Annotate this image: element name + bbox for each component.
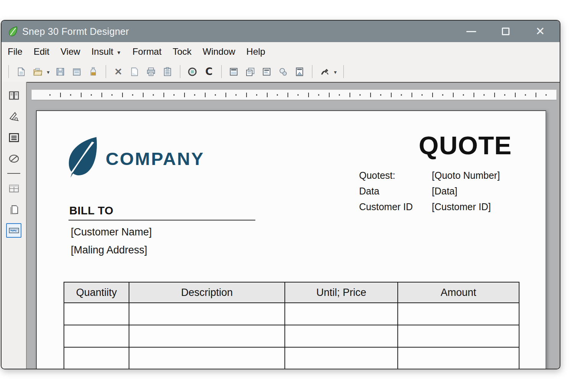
- quote-title[interactable]: QUOTE: [419, 132, 512, 158]
- menu-tock[interactable]: Tock: [173, 46, 191, 57]
- meta-value-placeholder[interactable]: [Quoto Number]: [432, 170, 500, 181]
- menu-window[interactable]: Window: [203, 46, 235, 57]
- split-view-icon[interactable]: [6, 88, 21, 103]
- menu-view[interactable]: View: [60, 46, 80, 57]
- table-cell[interactable]: [285, 347, 398, 369]
- quote-meta: Quotest: [Quoto Number] Data [Data] Cust…: [359, 168, 500, 215]
- table-header-amount[interactable]: Amount: [398, 282, 519, 303]
- document-page: COMPANY QUOTE Quotest: [Quoto Number] Da…: [36, 110, 546, 369]
- meta-value-placeholder[interactable]: [Data]: [432, 186, 457, 197]
- blank-page-icon[interactable]: [128, 65, 141, 78]
- open-folder-icon[interactable]: [31, 65, 44, 78]
- field-table-icon[interactable]: [6, 223, 21, 238]
- close-button[interactable]: ✕: [534, 26, 547, 37]
- form-text-icon[interactable]: [260, 65, 273, 78]
- table-header-quantity[interactable]: Quantiity: [64, 282, 129, 303]
- form-copy-icon[interactable]: [244, 65, 257, 78]
- save-window-icon[interactable]: [70, 65, 83, 78]
- form-header-icon[interactable]: [227, 65, 240, 78]
- table-cell[interactable]: [129, 347, 285, 369]
- meta-row-date: Data [Data]: [359, 183, 500, 199]
- meta-row-customer-id: Customer ID [Customer ID]: [359, 199, 500, 215]
- ink-jar-icon[interactable]: [87, 65, 100, 78]
- table-header-row: Quantiity Description Until; Price Amoun…: [64, 282, 519, 303]
- mailing-address-placeholder[interactable]: [Maling Address]: [71, 244, 147, 256]
- bill-to-underline: [69, 220, 255, 220]
- print-icon[interactable]: [145, 65, 158, 78]
- toolbar-separator: [221, 65, 222, 78]
- app-window: Snep 30 Formt Designer ✕ File Edit View …: [1, 20, 560, 369]
- table-cell[interactable]: [398, 303, 519, 325]
- table-cell[interactable]: [129, 303, 285, 325]
- bill-to-heading[interactable]: BILL TO: [69, 204, 113, 217]
- chevron-down-icon: ▼: [116, 48, 121, 56]
- app-leaf-icon: [7, 25, 19, 38]
- open-folder-caret-icon[interactable]: ▼: [46, 69, 51, 75]
- table-cell[interactable]: [398, 325, 519, 347]
- meta-label[interactable]: Data: [359, 186, 432, 197]
- meta-label[interactable]: Customer ID: [359, 201, 432, 212]
- menu-file[interactable]: File: [8, 46, 23, 57]
- table-cell[interactable]: [129, 325, 285, 347]
- title-bar: Snep 30 Formt Designer ✕: [2, 21, 560, 42]
- toolbar-separator: [106, 65, 106, 78]
- sidebar-divider: [7, 173, 20, 174]
- text-block-icon[interactable]: [6, 130, 21, 145]
- menu-edit[interactable]: Edit: [34, 46, 49, 57]
- info-circle-icon[interactable]: [186, 65, 199, 78]
- signature-pen-caret-icon[interactable]: ▼: [333, 69, 338, 75]
- link-circles-icon[interactable]: [277, 65, 290, 78]
- table-cell[interactable]: [64, 303, 129, 325]
- new-document-icon[interactable]: [15, 65, 28, 78]
- table-header-unit-price[interactable]: Until; Price: [285, 282, 398, 303]
- maximize-button[interactable]: [499, 26, 512, 37]
- window-title: Snep 30 Formt Designer: [22, 26, 129, 37]
- table-cell[interactable]: [64, 325, 129, 347]
- quote-items-table: Quantiity Description Until; Price Amoun…: [64, 282, 519, 369]
- meta-label[interactable]: Quotest:: [359, 170, 432, 181]
- menu-insult[interactable]: Insult ▼: [91, 46, 121, 57]
- company-logo-text[interactable]: COMPANY: [106, 148, 204, 169]
- customer-name-placeholder[interactable]: [Customer Name]: [71, 226, 152, 238]
- tool-sidebar: [2, 82, 27, 369]
- menu-help[interactable]: Help: [247, 46, 265, 57]
- form-report-icon[interactable]: [293, 65, 306, 78]
- menu-bar: File Edit View Insult ▼ Format Tock Wind…: [2, 42, 560, 61]
- table-cell[interactable]: [285, 325, 398, 347]
- paste-clipboard-icon[interactable]: [161, 65, 174, 78]
- draw-pointer-icon[interactable]: [6, 109, 21, 124]
- page-copy-icon[interactable]: [6, 202, 21, 217]
- save-icon[interactable]: [54, 65, 67, 78]
- table-header-description[interactable]: Description: [129, 282, 285, 303]
- signature-pen-icon[interactable]: [318, 65, 331, 78]
- toolbar: ▼ ✕ C: [2, 61, 560, 82]
- table-row: [64, 347, 519, 369]
- table-grid-icon[interactable]: [6, 181, 21, 196]
- meta-row-quote-number: Quotest: [Quoto Number]: [359, 168, 500, 183]
- toolbar-separator: [180, 65, 180, 78]
- refresh-icon[interactable]: C: [203, 65, 216, 78]
- minimize-button[interactable]: [465, 26, 478, 37]
- design-canvas: COMPANY QUOTE Quotest: [Quoto Number] Da…: [27, 82, 560, 369]
- company-logo-leaf-icon[interactable]: [67, 136, 103, 179]
- menu-format[interactable]: Format: [132, 46, 162, 57]
- ruler: [31, 90, 557, 100]
- table-row: [64, 325, 519, 347]
- toolbar-separator: [312, 65, 312, 78]
- toolbar-separator: [343, 65, 344, 78]
- delete-x-icon[interactable]: ✕: [112, 65, 125, 78]
- toolbar-separator: [8, 65, 9, 78]
- menu-insult-label: Insult: [91, 46, 113, 57]
- table-cell[interactable]: [398, 347, 519, 369]
- table-cell[interactable]: [64, 347, 129, 369]
- ellipse-icon[interactable]: [6, 151, 21, 166]
- meta-value-placeholder[interactable]: [Customer ID]: [432, 201, 491, 212]
- table-row: [64, 303, 519, 325]
- table-cell[interactable]: [285, 303, 398, 325]
